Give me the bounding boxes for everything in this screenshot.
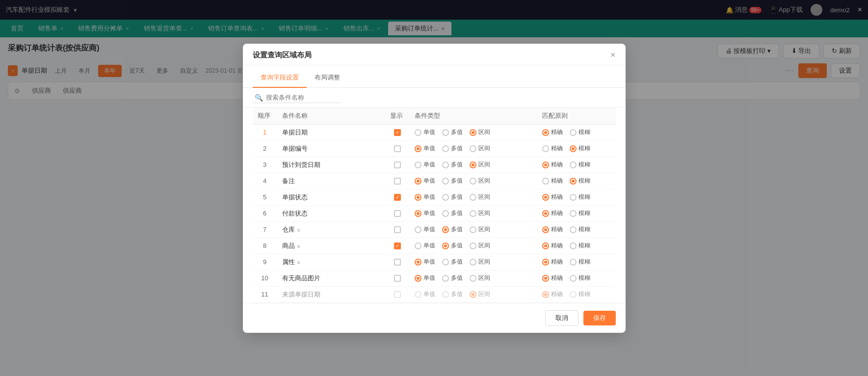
dialog-header: 设置查询区域布局 ×: [243, 44, 626, 65]
search-input[interactable]: [266, 94, 348, 101]
search-area: 🔍: [243, 88, 626, 106]
dialog-tabs: 查询字段设置 布局调整: [243, 65, 626, 88]
modal-overlay: 设置查询区域布局 × 查询字段设置 布局调整 🔍 顺序: [0, 0, 868, 106]
search-icon: 🔍: [255, 94, 263, 102]
dialog-title: 设置查询区域布局: [253, 51, 312, 60]
tab-query-fields[interactable]: 查询字段设置: [253, 70, 307, 88]
settings-dialog: 设置查询区域布局 × 查询字段设置 布局调整 🔍 顺序: [243, 44, 626, 106]
search-underline: 🔍: [253, 93, 341, 103]
dialog-close-btn[interactable]: ×: [610, 51, 616, 59]
tab-layout[interactable]: 布局调整: [307, 70, 348, 88]
